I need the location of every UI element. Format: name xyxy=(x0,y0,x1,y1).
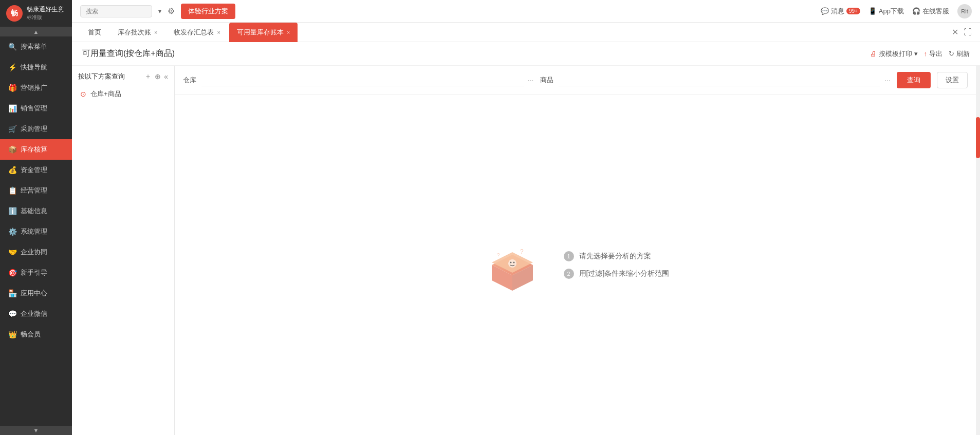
warehouse-input[interactable] xyxy=(201,74,524,86)
tab-batch-account-close[interactable]: × xyxy=(154,29,157,35)
sidebar-item-sales[interactable]: 📊 销售管理 xyxy=(0,98,72,119)
right-scrollbar[interactable] xyxy=(976,66,980,435)
warehouse-more-btn[interactable]: ··· xyxy=(528,76,534,84)
tab-available-qty[interactable]: 可用量库存账本 × xyxy=(229,23,298,42)
print-icon: 🖨 xyxy=(870,50,877,58)
svg-text:?: ? xyxy=(520,248,524,255)
warehouse-label: 仓库 xyxy=(183,75,197,85)
setting-btn[interactable]: 设置 xyxy=(937,72,968,88)
filter-settings-icon[interactable]: ⊕ xyxy=(155,72,161,81)
message-item[interactable]: 💬 消息 99+ xyxy=(821,7,860,16)
wechat-icon: 💬 xyxy=(8,310,16,318)
sidebar-item-management[interactable]: 📋 经营管理 xyxy=(0,180,72,201)
sidebar-item-app-center[interactable]: 🏪 应用中心 xyxy=(0,283,72,304)
industry-btn[interactable]: 体验行业方案 xyxy=(181,4,235,19)
svg-point-6 xyxy=(513,262,514,263)
filter-item-warehouse-product[interactable]: ⊙ 仓库+商品 xyxy=(72,85,174,103)
tab-batch-account[interactable]: 库存批次账 × xyxy=(110,23,165,42)
sidebar-item-finance[interactable]: 💰 资金管理 xyxy=(0,160,72,180)
sidebar-item-inventory[interactable]: 📦 库存核算 xyxy=(0,139,72,160)
inventory-icon: 📦 xyxy=(8,145,16,154)
sidebar-item-shortcut[interactable]: ⚡ 快捷导航 xyxy=(0,57,72,78)
print-dropdown-icon: ▾ xyxy=(914,50,918,58)
empty-illustration: ? ? xyxy=(482,234,543,296)
product-label: 商品 xyxy=(540,75,554,85)
right-content: 仓库 ··· 商品 ··· 查询 设置 xyxy=(175,66,976,435)
tab-available-qty-close[interactable]: × xyxy=(287,29,290,35)
scrollbar-thumb[interactable] xyxy=(976,117,980,158)
maximize-icon[interactable]: ⛶ xyxy=(964,28,972,37)
filter-header: 按以下方案查询 ＋ ⊕ « xyxy=(72,72,174,85)
app-download-item[interactable]: 📱 App下载 xyxy=(868,7,904,16)
svg-text:?: ? xyxy=(497,253,500,258)
message-icon: 💬 xyxy=(821,7,829,15)
refresh-btn[interactable]: ↻ 刷新 xyxy=(949,49,970,59)
tabs-bar: 首页 库存批次账 × 收发存汇总表 × 可用量库存账本 × ✕ ⛶ xyxy=(72,23,980,42)
shortcut-icon: ⚡ xyxy=(8,63,16,71)
headset-icon: 🎧 xyxy=(912,7,920,15)
product-field: 商品 ··· xyxy=(540,74,891,86)
guide-icon: 🎯 xyxy=(8,269,16,277)
tab-summary[interactable]: 收发存汇总表 × xyxy=(166,23,228,42)
app-title: 畅康通好生意 xyxy=(27,6,64,14)
search-menu-icon: 🔍 xyxy=(8,43,16,51)
svg-point-5 xyxy=(510,262,511,263)
sidebar-item-vip[interactable]: 👑 畅会员 xyxy=(0,324,72,345)
sidebar-item-enterprise[interactable]: 🤝 企业协同 xyxy=(0,242,72,262)
filter-collapse-icon[interactable]: « xyxy=(164,72,168,81)
empty-hint-2: 2 用[过滤]条件来缩小分析范围 xyxy=(564,269,670,279)
marketing-icon: 🎁 xyxy=(8,84,16,92)
sidebar-item-guide[interactable]: 🎯 新手引导 xyxy=(0,262,72,283)
app-logo: 畅 xyxy=(6,5,23,22)
tab-home[interactable]: 首页 xyxy=(80,23,109,42)
filter-item-icon: ⊙ xyxy=(80,90,86,98)
basic-info-icon: ℹ️ xyxy=(8,207,16,215)
app-edition: 标准版 xyxy=(27,14,64,21)
sidebar-scroll-up[interactable]: ▲ xyxy=(0,27,72,36)
empty-state: ? ? 1 请先选择要分析的方案 2 用[过滤]条件来缩小分析范围 xyxy=(175,95,976,435)
empty-hint-1: 1 请先选择要分析的方案 xyxy=(564,251,670,261)
query-btn[interactable]: 查询 xyxy=(897,72,931,88)
query-bar: 仓库 ··· 商品 ··· 查询 设置 xyxy=(175,66,976,95)
topbar-gear-icon[interactable]: ⚙ xyxy=(168,6,175,16)
sidebar-header: 畅 畅康通好生意 标准版 xyxy=(0,0,72,27)
filter-panel: 按以下方案查询 ＋ ⊕ « ⊙ 仓库+商品 xyxy=(72,66,175,435)
sidebar-item-marketing[interactable]: 🎁 营销推广 xyxy=(0,78,72,98)
sidebar-item-search[interactable]: 🔍 搜索菜单 xyxy=(0,36,72,57)
tab-summary-close[interactable]: × xyxy=(217,29,220,35)
page-header: 可用量查询(按仓库+商品) 🖨 按模板打印 ▾ ↑ 导出 ↻ 刷新 xyxy=(72,42,980,66)
page-title: 可用量查询(按仓库+商品) xyxy=(82,48,175,59)
purchase-icon: 🛒 xyxy=(8,125,16,133)
online-service-item[interactable]: 🎧 在线客服 xyxy=(912,7,949,16)
finance-icon: 💰 xyxy=(8,166,16,174)
filter-add-icon[interactable]: ＋ xyxy=(144,72,152,81)
hint-num-2: 2 xyxy=(564,269,574,279)
sidebar-item-system[interactable]: ⚙️ 系统管理 xyxy=(0,221,72,242)
enterprise-icon: 🤝 xyxy=(8,248,16,256)
system-icon: ⚙️ xyxy=(8,228,16,236)
topbar-right: 💬 消息 99+ 📱 App下载 🎧 在线客服 Rit xyxy=(821,4,972,18)
product-more-btn[interactable]: ··· xyxy=(884,76,891,84)
print-btn[interactable]: 🖨 按模板打印 ▾ xyxy=(870,49,918,59)
app-center-icon: 🏪 xyxy=(8,289,16,297)
sidebar-item-basic-info[interactable]: ℹ️ 基础信息 xyxy=(0,201,72,221)
export-btn[interactable]: ↑ 导出 xyxy=(924,49,943,59)
product-input[interactable] xyxy=(559,74,881,86)
refresh-icon: ↻ xyxy=(949,50,954,58)
sales-icon: 📊 xyxy=(8,104,16,112)
hint-num-1: 1 xyxy=(564,251,574,261)
user-avatar[interactable]: Rit xyxy=(957,4,972,18)
management-icon: 📋 xyxy=(8,186,16,195)
sidebar-scroll-down[interactable]: ▼ xyxy=(0,426,72,435)
page-actions: 🖨 按模板打印 ▾ ↑ 导出 ↻ 刷新 xyxy=(870,49,970,59)
main-area: ▾ ⚙ 体验行业方案 💬 消息 99+ 📱 App下载 🎧 在线客服 Rit xyxy=(72,0,980,435)
close-all-tabs-icon[interactable]: ✕ xyxy=(952,27,958,37)
topbar-dropdown-btn[interactable]: ▾ xyxy=(158,8,161,15)
sidebar-item-purchase[interactable]: 🛒 采购管理 xyxy=(0,119,72,139)
topbar-search-input[interactable] xyxy=(80,5,152,17)
app-download-icon: 📱 xyxy=(868,7,877,15)
sidebar-item-wechat[interactable]: 💬 企业微信 xyxy=(0,304,72,324)
warehouse-field: 仓库 ··· xyxy=(183,74,534,86)
sidebar: 畅 畅康通好生意 标准版 ▲ 🔍 搜索菜单 ⚡ 快捷导航 🎁 营销推广 📊 销售… xyxy=(0,0,72,435)
filter-actions: ＋ ⊕ « xyxy=(144,72,168,81)
